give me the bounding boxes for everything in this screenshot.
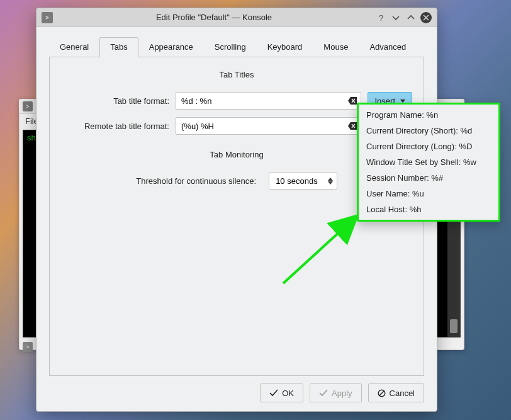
tab-general[interactable]: General (49, 37, 99, 57)
chevron-down-icon (400, 99, 405, 103)
tab-mouse[interactable]: Mouse (313, 37, 359, 57)
svg-line-2 (379, 390, 383, 395)
close-button[interactable] (420, 12, 432, 23)
menu-item-window-title[interactable]: Window Title Set by Shell: %w (359, 154, 498, 170)
konsole-app-icon: > (42, 12, 53, 23)
ok-button-label: OK (282, 389, 294, 398)
maximize-button[interactable] (405, 12, 417, 23)
dialog-titlebar[interactable]: > Edit Profile "Default" — Konsole ? (36, 8, 437, 27)
ok-button[interactable]: OK (260, 383, 303, 402)
terminal-icon: > (23, 342, 33, 352)
cancel-button[interactable]: Cancel (368, 383, 424, 402)
dialog-button-row: OK Apply Cancel (49, 376, 424, 402)
section-tab-titles: Tab Titles (61, 70, 412, 79)
terminal-icon: > (23, 101, 33, 111)
apply-button-label: Apply (332, 389, 352, 398)
insert-placeholder-menu: Program Name: %n Current Directory (Shor… (357, 103, 500, 222)
tab-appearance[interactable]: Appearance (138, 37, 204, 57)
input-remote-tab-title-format-field[interactable] (181, 122, 347, 131)
tab-scrolling[interactable]: Scrolling (204, 37, 257, 57)
input-tab-title-format-field[interactable] (181, 96, 347, 106)
label-silence-threshold: Threshold for continuous silence: (136, 176, 262, 186)
silence-threshold-value: 10 seconds (276, 176, 327, 186)
tab-bar: General Tabs Appearance Scrolling Keyboa… (49, 37, 424, 57)
cancel-icon (378, 389, 386, 397)
tab-keyboard[interactable]: Keyboard (257, 37, 313, 57)
apply-button[interactable]: Apply (310, 383, 362, 402)
input-remote-tab-title-format[interactable] (176, 117, 361, 135)
menu-item-program-name[interactable]: Program Name: %n (359, 107, 498, 123)
menu-item-session-number[interactable]: Session Number: %# (359, 170, 498, 186)
cancel-button-label: Cancel (390, 389, 415, 398)
check-icon (269, 389, 278, 397)
svg-text:?: ? (379, 14, 383, 21)
minimize-button[interactable] (390, 12, 402, 23)
spin-down-icon[interactable] (328, 181, 333, 184)
silence-threshold-spinner[interactable]: 10 seconds (269, 172, 337, 190)
label-remote-tab-title-format: Remote tab title format: (61, 122, 176, 131)
input-tab-title-format[interactable] (176, 92, 361, 110)
spin-up-icon[interactable] (328, 178, 333, 181)
menu-item-user-name[interactable]: User Name: %u (359, 186, 498, 201)
menu-item-cwd-long[interactable]: Current Directory (Long): %D (359, 139, 498, 154)
menu-item-local-host[interactable]: Local Host: %h (359, 201, 498, 217)
dialog-title: Edit Profile "Default" — Konsole (53, 13, 375, 22)
tab-advanced[interactable]: Advanced (359, 37, 417, 57)
check-icon (319, 389, 328, 397)
menu-item-cwd-short[interactable]: Current Directory (Short): %d (359, 123, 498, 139)
tab-tabs[interactable]: Tabs (99, 37, 138, 57)
help-button[interactable]: ? (375, 12, 386, 23)
label-tab-title-format: Tab title format: (61, 96, 176, 106)
